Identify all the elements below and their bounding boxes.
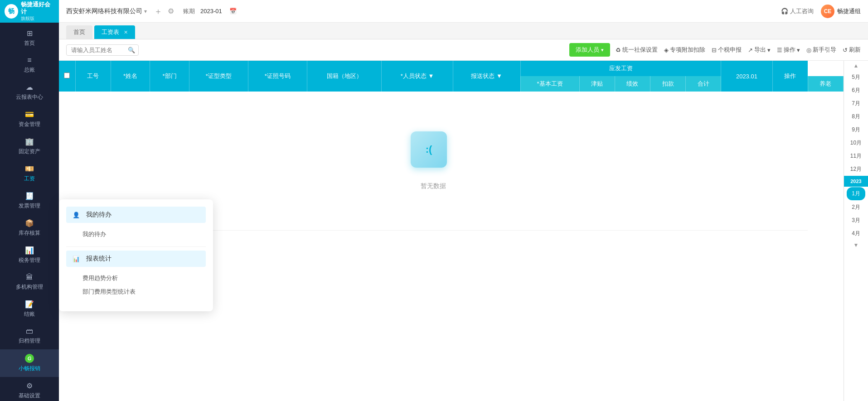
- user-name: 畅捷通组: [837, 7, 861, 15]
- tab-home[interactable]: 首页: [66, 25, 92, 39]
- operation-action[interactable]: ☰ 操作 ▾: [777, 46, 800, 54]
- col-pension: 养老: [808, 76, 843, 92]
- top-bar-right: 🎧 人工咨询 CE 畅捷通组: [781, 5, 861, 18]
- month-nav-up[interactable]: ▲: [844, 61, 868, 71]
- avatar: CE: [821, 5, 834, 18]
- sidebar-item-fund[interactable]: 💳 资金管理: [0, 106, 59, 133]
- checkbox-all[interactable]: [59, 61, 75, 92]
- settlement-icon: 📝: [25, 300, 34, 309]
- sidebar-item-invoice[interactable]: 🧾 发票管理: [0, 187, 59, 214]
- col-cert-no: *证照号码: [248, 61, 307, 92]
- col-payroll-group: 应发工资: [520, 61, 721, 76]
- col-employee-id: 工号: [75, 61, 111, 92]
- dropdown-arrow-icon: ▾: [601, 47, 604, 53]
- popup-item-my-todo[interactable]: 我的待办: [66, 227, 206, 241]
- sidebar-nav: ⊞ 首页 ≡ 总账 ☁ 云报表中心 💳 资金管理 🏢 固定资产 💴 工资 🧾 发…: [0, 23, 59, 401]
- logo-icon: 畅: [5, 4, 18, 19]
- sidebar-item-archive[interactable]: 🗃 归档管理: [0, 323, 59, 349]
- status-filter-icon[interactable]: ▼: [428, 72, 434, 79]
- search-wrapper: 🔍: [66, 44, 139, 56]
- select-all-checkbox[interactable]: [64, 72, 70, 78]
- month-may[interactable]: 5月: [844, 71, 868, 84]
- calendar-icon[interactable]: 📅: [229, 8, 237, 14]
- empty-cube-icon: [411, 131, 447, 168]
- refresh-icon: ↺: [843, 47, 848, 53]
- special-deduction-action[interactable]: ◈ 专项附加扣除: [664, 46, 705, 54]
- operation-icon: ☰: [777, 47, 782, 53]
- dropdown-popup: 👤 我的待办 我的待办 📊 报表统计 费用趋势分析 部门费用类型统计表: [59, 199, 213, 311]
- fixed-assets-icon: 🏢: [25, 137, 34, 146]
- col-total: 合计: [686, 76, 721, 92]
- tax-icon: 📊: [25, 246, 34, 255]
- month-jun[interactable]: 6月: [844, 84, 868, 97]
- tab-close-button[interactable]: ✕: [124, 29, 128, 35]
- month-jul[interactable]: 7月: [844, 97, 868, 110]
- add-person-button[interactable]: 添加人员 ▾: [569, 43, 610, 57]
- home-icon: ⊞: [27, 29, 33, 38]
- salary-icon: 💴: [25, 164, 34, 173]
- report-filter-icon[interactable]: ▼: [496, 72, 502, 79]
- sidebar-item-multi-org[interactable]: 🏛 多机构管理: [0, 269, 59, 295]
- month-aug[interactable]: 8月: [844, 110, 868, 123]
- col-allowance: 津贴: [579, 76, 615, 92]
- export-dropdown-icon: ▾: [767, 47, 771, 53]
- sidebar-item-settlement[interactable]: 📝 结账: [0, 295, 59, 323]
- settings-button[interactable]: ⚙: [168, 7, 174, 15]
- refresh-action[interactable]: ↺ 刷新: [843, 46, 861, 54]
- social-security-action[interactable]: ♻ 统一社保设置: [616, 46, 658, 54]
- todo-icon: 👤: [70, 208, 82, 221]
- add-company-button[interactable]: ＋: [154, 6, 162, 17]
- new-guide-icon: ◎: [806, 47, 811, 53]
- sidebar-item-xiaochang[interactable]: G 小畅报销: [0, 349, 59, 377]
- empty-text: 暂无数据: [421, 182, 446, 190]
- month-feb-2023[interactable]: 2月: [844, 201, 868, 214]
- month-apr-2023[interactable]: 4月: [844, 227, 868, 240]
- new-guide-action[interactable]: ◎ 新手引导: [806, 46, 836, 54]
- month-mar-2023[interactable]: 3月: [844, 214, 868, 227]
- month-nav-down[interactable]: ▼: [844, 240, 868, 250]
- help-button[interactable]: 🎧 人工咨询: [781, 7, 814, 15]
- toolbar: 🔍 添加人员 ▾ ♻ 统一社保设置 ◈ 专项附加扣除 ⊟ 个税申报 ↗ 导出 ▾: [59, 39, 868, 61]
- search-icon[interactable]: 🔍: [128, 47, 135, 53]
- col-name: *姓名: [111, 61, 150, 92]
- sidebar-item-ledger[interactable]: ≡ 总账: [0, 52, 59, 78]
- tax-report-action[interactable]: ⊟ 个税申报: [712, 46, 742, 54]
- popup-item-dept-expense[interactable]: 部门费用类型统计表: [66, 285, 206, 299]
- popup-item-expense-trend[interactable]: 费用趋势分析: [66, 271, 206, 285]
- month-sep[interactable]: 9月: [844, 123, 868, 136]
- sidebar-item-inventory[interactable]: 📦 库存核算: [0, 214, 59, 242]
- col-performance: 绩效: [615, 76, 650, 92]
- month-oct[interactable]: 10月: [844, 136, 868, 150]
- ledger-icon: ≡: [27, 56, 31, 64]
- settings-icon: ⚙: [26, 382, 33, 390]
- headset-icon: 🎧: [781, 8, 788, 14]
- popup-section-report-header: 📊 报表统计: [66, 251, 206, 267]
- popup-section-report-title: 报表统计: [86, 255, 112, 263]
- col-cert-type: *证型类型: [189, 61, 248, 92]
- export-action[interactable]: ↗ 导出 ▾: [748, 46, 771, 54]
- month-dec[interactable]: 12月: [844, 163, 868, 176]
- logo: 畅 畅捷通好会计 旗舰版: [0, 0, 59, 23]
- popup-divider: [66, 246, 206, 247]
- sidebar-item-fixed-assets[interactable]: 🏢 固定资产: [0, 133, 59, 160]
- invoice-icon: 🧾: [25, 192, 34, 200]
- company-chevron-icon: ▾: [144, 8, 147, 14]
- month-nov[interactable]: 11月: [844, 150, 868, 163]
- sidebar-item-salary[interactable]: 💴 工资: [0, 160, 59, 187]
- user-menu[interactable]: CE 畅捷通组: [821, 5, 861, 18]
- sidebar: 畅 畅捷通好会计 旗舰版 ⊞ 首页 ≡ 总账 ☁ 云报表中心 💳 资金管理 🏢 …: [0, 0, 59, 401]
- tax-report-icon: ⊟: [712, 47, 717, 53]
- popup-section-report: 📊 报表统计 费用趋势分析 部门费用类型统计表: [66, 251, 206, 299]
- period-value: 2023-01: [200, 8, 222, 14]
- sidebar-item-cloud-report[interactable]: ☁ 云报表中心: [0, 78, 59, 106]
- archive-icon: 🗃: [26, 327, 33, 335]
- sidebar-item-tax[interactable]: 📊 税务管理: [0, 242, 59, 269]
- top-bar: 西安虾米网络科技有限公司 ▾ ＋ ⚙ 账期 2023-01 📅 🎧 人工咨询 C…: [59, 0, 868, 23]
- period-label: 账期: [183, 7, 195, 15]
- month-jan-2023[interactable]: 1月: [847, 187, 865, 200]
- company-name[interactable]: 西安虾米网络科技有限公司 ▾: [66, 7, 147, 15]
- sidebar-item-basic-settings[interactable]: ⚙ 基础设置: [0, 377, 59, 401]
- sidebar-item-home[interactable]: ⊞ 首页: [0, 24, 59, 52]
- popup-section-todo-header: 👤 我的待办: [66, 207, 206, 223]
- tab-salary-table[interactable]: 工资表 ✕: [94, 25, 135, 39]
